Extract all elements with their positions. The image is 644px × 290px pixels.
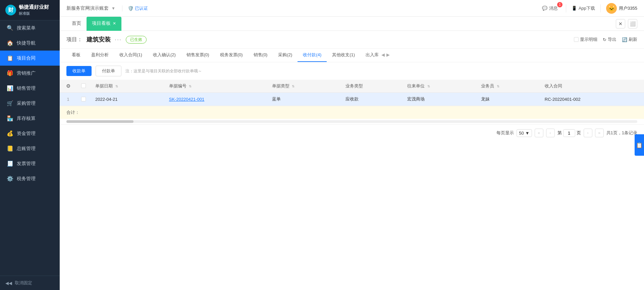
sidebar-unpin-button[interactable]: ◀◀ 取消固定	[0, 276, 60, 290]
nav-prev-icon[interactable]: ◀	[381, 52, 385, 57]
sub-tab-purchase[interactable]: 采购(2)	[273, 49, 298, 62]
sidebar-item-inventory[interactable]: 🏪 库存核算	[0, 111, 60, 126]
message-button[interactable]: 💬 消息 1	[539, 4, 560, 13]
hint-text: 注：这里是与项目关联的全部收付款单哦～	[125, 68, 202, 74]
account-dropdown-icon[interactable]: ▼	[111, 6, 115, 11]
content-area: 项目： 建筑安装 ··· 已生效 显示明细 ↻ 导出 🔄 刷新	[60, 31, 644, 290]
next-page-button[interactable]: ›	[584, 129, 592, 137]
first-page-icon: «	[538, 131, 540, 135]
mobile-icon: 📱	[572, 6, 577, 11]
row-salesman: 龙妹	[476, 93, 540, 106]
topbar-divider-1	[566, 4, 566, 12]
sort-salesman-icon[interactable]: ⇅	[497, 84, 499, 88]
sidebar-item-marketing[interactable]: 🎁 营销推广	[0, 66, 60, 81]
sub-tab-sales[interactable]: 销售(0)	[248, 49, 273, 62]
sidebar-item-label: 采购管理	[17, 100, 36, 106]
payment-tab-button[interactable]: 付款单	[96, 66, 121, 76]
sidebar: 财 畅捷通好业财 标准版 🔍 搜索菜单 🏠 快捷导航 📋 项目合同 🎁 营销推广…	[0, 0, 60, 290]
sidebar-item-sales[interactable]: 📊 销售管理	[0, 81, 60, 96]
receipt-number-link[interactable]: SK-20220421-001	[169, 97, 205, 102]
sub-tab-income-contract[interactable]: 收入合同(1)	[114, 49, 148, 62]
sidebar-item-label: 项目合同	[17, 55, 36, 61]
maximize-button[interactable]: ⬜	[628, 19, 637, 28]
sidebar-item-tax[interactable]: ⚙️ 税务管理	[0, 171, 60, 186]
sidebar-item-nav[interactable]: 🏠 快捷导航	[0, 35, 60, 51]
message-badge: 1	[557, 2, 562, 7]
first-page-button[interactable]: «	[535, 129, 543, 137]
sub-tab-other[interactable]: 其他收支(1)	[327, 49, 360, 62]
per-page-select[interactable]: 50 ▼	[517, 129, 532, 137]
tab-home[interactable]: 首页	[66, 17, 87, 31]
checkbox-icon[interactable]	[574, 37, 579, 42]
receipt-tab-button[interactable]: 收款单	[66, 66, 92, 76]
show-detail-checkbox[interactable]: 显示明细	[574, 37, 597, 43]
tabs-bar: 首页 项目看板 ✕ ✕ ⬜	[60, 17, 644, 31]
row-contract: RC-20220401-002	[540, 93, 644, 106]
nav-next-icon[interactable]: ▶	[386, 52, 390, 57]
sub-tabs: 看板 盈利分析 收入合同(1) 收入确认(2) 销售发票(0) 税务发票(0) …	[60, 49, 644, 62]
select-all-checkbox[interactable]	[81, 83, 86, 88]
sidebar-item-search[interactable]: 🔍 搜索菜单	[0, 20, 60, 35]
row-number: 1	[60, 93, 76, 106]
next-page-icon: ›	[587, 131, 589, 135]
page-unit: 页	[577, 130, 581, 136]
settings-icon[interactable]: ⚙	[66, 83, 70, 89]
sub-tab-tax-invoice[interactable]: 税务发票(0)	[215, 49, 248, 62]
col-date: 单据日期 ⇅	[91, 80, 164, 93]
page-number-input[interactable]	[563, 129, 575, 137]
side-panel-toggle[interactable]: 📋	[635, 134, 644, 156]
sidebar-item-invoice[interactable]: 🧾 发票管理	[0, 156, 60, 171]
last-page-button[interactable]: »	[595, 129, 604, 137]
sort-date-icon[interactable]: ⇅	[115, 84, 118, 88]
sort-number-icon[interactable]: ⇅	[189, 84, 192, 88]
refresh-icon: 🔄	[622, 37, 627, 42]
scrollbar-thumb[interactable]	[66, 120, 133, 123]
home-icon: 🏠	[7, 40, 13, 46]
sidebar-item-project[interactable]: 📋 项目合同	[0, 51, 60, 66]
tab-home-label: 首页	[72, 20, 81, 26]
project-more-button[interactable]: ···	[115, 36, 122, 43]
gift-icon: 🎁	[7, 70, 13, 76]
project-title: 建筑安装	[87, 35, 111, 44]
sub-tab-profit[interactable]: 盈利分析	[86, 49, 114, 62]
export-button[interactable]: ↻ 导出	[603, 37, 616, 43]
user-info[interactable]: 🐱 用户3355	[606, 3, 637, 14]
prev-page-icon: ‹	[550, 131, 551, 135]
col-number: 单据编号 ⇅	[164, 80, 267, 93]
sidebar-item-finance[interactable]: 💰 资金管理	[0, 126, 60, 141]
topbar-left: 新服务官网演示账套 ▼ 🛡️ 已认证	[66, 5, 148, 11]
scroll-bar-area	[60, 119, 644, 124]
app-download-button[interactable]: 📱 App下载	[572, 5, 595, 11]
sidebar-item-purchase[interactable]: 🛒 采购管理	[0, 96, 60, 111]
receipt-table: ⚙ 单据日期 ⇅ 单据编号 ⇅ 单据类型 ⇅	[60, 80, 644, 106]
side-panel-icon: 📋	[636, 142, 643, 148]
row-biz-type: 应收款	[341, 93, 402, 106]
col-salesman: 业务员 ⇅	[476, 80, 540, 93]
sub-tab-income-confirm[interactable]: 收入确认(2)	[148, 49, 181, 62]
sidebar-item-label: 快捷导航	[17, 40, 36, 46]
tax-icon: ⚙️	[7, 175, 13, 182]
sub-tab-sales-invoice[interactable]: 销售发票(0)	[181, 49, 215, 62]
certified-label: 已认证	[135, 5, 148, 11]
chart-icon: 📊	[7, 85, 13, 91]
tab-close-icon[interactable]: ✕	[113, 21, 116, 26]
prev-page-button[interactable]: ‹	[546, 129, 555, 137]
refresh-button[interactable]: 🔄 刷新	[622, 37, 637, 43]
close-tab-button[interactable]: ✕	[616, 19, 625, 28]
horizontal-scrollbar[interactable]	[66, 120, 637, 123]
app-download-label: App下载	[579, 5, 595, 11]
sub-tab-receipt[interactable]: 收付款(4)	[298, 49, 327, 62]
sort-type-icon[interactable]: ⇅	[292, 84, 294, 88]
tab-project-board[interactable]: 项目看板 ✕	[87, 17, 121, 31]
sub-tab-board[interactable]: 看板	[66, 49, 86, 62]
sidebar-item-ledger[interactable]: 📒 总账管理	[0, 141, 60, 156]
table-row[interactable]: 1 2022-04-21 SK-20220421-001 蓝单 应收款 宏茂商场…	[60, 93, 644, 106]
demo-account-label[interactable]: 新服务官网演示账套	[66, 5, 109, 11]
pin-icon: ◀◀	[5, 281, 12, 286]
message-label: 消息	[549, 5, 558, 11]
page-label: 第	[557, 130, 562, 136]
row-checkbox[interactable]	[81, 97, 86, 101]
sort-partner-icon[interactable]: ⇅	[427, 84, 430, 88]
sub-tab-warehouse[interactable]: 出入库 ◀ ▶	[360, 49, 395, 62]
sidebar-item-label: 总账管理	[17, 146, 36, 152]
